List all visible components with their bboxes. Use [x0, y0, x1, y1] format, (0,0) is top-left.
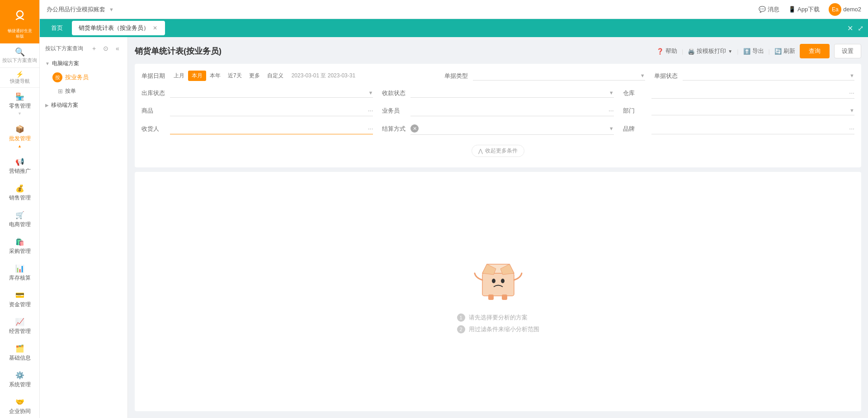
dept-select[interactable]: ▼ [651, 106, 854, 115]
export-btn[interactable]: ⬆️ 导出 [743, 47, 764, 55]
payment-clear-btn[interactable]: ✕ [410, 124, 419, 133]
date-tab-last-month[interactable]: 上月 [170, 71, 188, 81]
doc-status-select[interactable]: ▼ [683, 71, 854, 81]
desktop-scheme-group[interactable]: ▼ 电脑端方案 [40, 57, 127, 70]
quick-nav[interactable]: ⚡ 快捷导航 [0, 68, 39, 88]
collapse-label: 收起更多条件 [485, 147, 518, 155]
receipt-status-select[interactable]: ▼ [410, 88, 613, 98]
app-download-btn[interactable]: 📱 App下载 [788, 5, 820, 14]
system-icon: ⚙️ [15, 371, 24, 380]
sidebar-item-wholesale[interactable]: 📦 批发管理 ▲ [0, 120, 39, 153]
tab-close-icon[interactable]: ✕ [152, 25, 158, 31]
payment-select[interactable]: ✕ ▼ [410, 123, 613, 135]
staff-label: 业务员 [382, 107, 407, 115]
sidebar: 畅捷通好生意 标版 🔍 按以下方案查询 ⚡ 快捷导航 🏪 零售管理 ▼ 📦 批发… [0, 0, 40, 418]
payment-arrow-icon: ▼ [609, 126, 614, 131]
tabbar: 首页 销货单统计表（按业务员） ✕ ✕ ⤢ [40, 19, 868, 37]
date-range-value: 2023-03-01 至 2023-03-31 [292, 72, 355, 80]
tip-num-2: 2 [457, 325, 465, 333]
finance-label: 资金管理 [9, 301, 31, 309]
svg-rect-5 [488, 294, 494, 300]
inventory-icon: 📊 [15, 264, 24, 273]
warehouse-input[interactable]: ··· [651, 87, 854, 99]
svg-rect-6 [502, 294, 507, 300]
refresh-label: 刷新 [783, 47, 795, 55]
sidebar-item-purchase[interactable]: 🛍️ 采购管理 [0, 233, 39, 260]
sidebar-item-operation[interactable]: 📈 经营管理 [0, 313, 39, 340]
sidebar-item-basic[interactable]: 🗂️ 基础信息 [0, 340, 39, 366]
wholesale-icon: 📦 [15, 125, 24, 133]
refresh-icon: 🔄 [774, 48, 782, 55]
brand-label: 品牌 [623, 125, 648, 133]
date-tab-this-month[interactable]: 本月 [188, 71, 206, 81]
help-btn[interactable]: ❓ 帮助 [656, 47, 677, 55]
content-area: 按以下方案查询 + ⊙ « ▼ 电脑端方案 [40, 37, 868, 418]
goods-label: 商品 [142, 107, 166, 115]
tab-close-all-icon[interactable]: ✕ [847, 24, 853, 33]
tab-home[interactable]: 首页 [44, 21, 70, 35]
sidebar-item-finance[interactable]: 💳 资金管理 [0, 286, 39, 313]
warehouse-dots-icon[interactable]: ··· [849, 89, 854, 96]
sidebar-item-ecom[interactable]: 🛒 电商管理 [0, 206, 39, 233]
tab-sales-stat[interactable]: 销货单统计表（按业务员） ✕ [72, 21, 165, 35]
refresh-btn[interactable]: 🔄 刷新 [774, 47, 795, 55]
message-btn[interactable]: 💬 消息 [759, 5, 779, 14]
edit-scheme-btn[interactable]: ⊙ [101, 44, 110, 53]
sidebar-item-inventory[interactable]: 📊 库存核算 [0, 260, 39, 286]
order-icon: ⊞ [58, 88, 63, 95]
collapse-icon: « [116, 45, 119, 52]
company-name[interactable]: 办公用品行业模拟账套 [47, 5, 105, 14]
payment-label: 结算方式 [382, 125, 407, 133]
receiver-label: 收货人 [142, 125, 166, 133]
export-icon: ⬆️ [743, 48, 750, 55]
receiver-dots-icon[interactable]: ··· [368, 125, 373, 132]
export-label: 导出 [752, 47, 764, 55]
add-scheme-btn[interactable]: + [90, 44, 99, 53]
dept-arrow-icon: ▼ [849, 108, 854, 113]
brand-input[interactable]: ··· [651, 123, 854, 134]
brand-dots-icon[interactable]: ··· [849, 125, 854, 132]
filter-brand: 品牌 ··· [623, 123, 854, 134]
empty-icon [471, 248, 525, 303]
empty-tip-2: 2 用过滤条件来缩小分析范围 [457, 323, 539, 335]
basic-label: 基础信息 [9, 354, 31, 362]
print-btn[interactable]: 🖨️ 按模板打印 ▼ [688, 47, 732, 55]
collapse-conditions-btn[interactable]: ⋀ 收起更多条件 [472, 145, 524, 157]
goods-dots-icon[interactable]: ··· [368, 107, 373, 114]
doc-type-select[interactable]: ▼ [473, 71, 645, 81]
sidebar-item-sales[interactable]: 💰 销售管理 [0, 180, 39, 206]
out-status-select[interactable]: ▼ [170, 88, 373, 98]
sidebar-item-marketing[interactable]: 📢 营销推广 [0, 153, 39, 180]
date-tab-custom[interactable]: 自定义 [264, 71, 287, 81]
sidebar-item-enterprise[interactable]: 🤝 企业协同 [0, 393, 39, 418]
dropdown-arrow-icon[interactable]: ▼ [109, 7, 114, 12]
empty-state: 1 请先选择要分析的方案 2 用过滤条件来缩小分析范围 [135, 172, 861, 411]
tab-expand-icon[interactable]: ⤢ [858, 24, 863, 33]
scheme-item-staff-label: 按业务员 [65, 73, 89, 81]
goods-input[interactable]: ··· [170, 105, 373, 116]
tip-text-2: 用过滤条件来缩小分析范围 [469, 323, 539, 335]
staff-dots-icon[interactable]: ··· [609, 107, 614, 114]
download-icon: 📱 [788, 6, 796, 13]
scheme-icon-staff: 按 [52, 72, 62, 82]
topbar-right: 💬 消息 📱 App下载 Ea demo2 [759, 3, 861, 16]
query-btn[interactable]: 查询 [800, 44, 830, 58]
scheme-item-by-staff[interactable]: 按 按业务员 [40, 70, 127, 85]
mobile-scheme-group[interactable]: ▶ 移动端方案 [40, 99, 127, 111]
setting-btn[interactable]: 设置 [834, 44, 861, 58]
basic-icon: 🗂️ [15, 344, 24, 353]
help-label: 帮助 [665, 47, 677, 55]
app-logo[interactable]: 畅捷通好生意 标版 [0, 0, 39, 43]
date-tab-this-year[interactable]: 本年 [206, 71, 224, 81]
collapse-panel-btn[interactable]: « [113, 44, 122, 53]
receiver-input[interactable]: ··· [170, 123, 373, 134]
date-tab-last-7[interactable]: 近7天 [224, 71, 245, 81]
sidebar-search[interactable]: 🔍 按以下方案查询 [0, 43, 39, 68]
sidebar-item-retail[interactable]: 🏪 零售管理 ▼ [0, 88, 39, 120]
sidebar-item-system[interactable]: ⚙️ 系统管理 [0, 366, 39, 393]
sub-scheme-item-by-order[interactable]: ⊞ 按单 [40, 85, 127, 97]
staff-input[interactable]: ··· [410, 105, 613, 116]
filter-row-1: 单据日期 上月 本月 本年 近7天 更多 自定义 2023-03-01 至 20… [142, 71, 854, 81]
user-menu[interactable]: Ea demo2 [829, 3, 861, 16]
date-tab-more[interactable]: 更多 [245, 71, 264, 81]
